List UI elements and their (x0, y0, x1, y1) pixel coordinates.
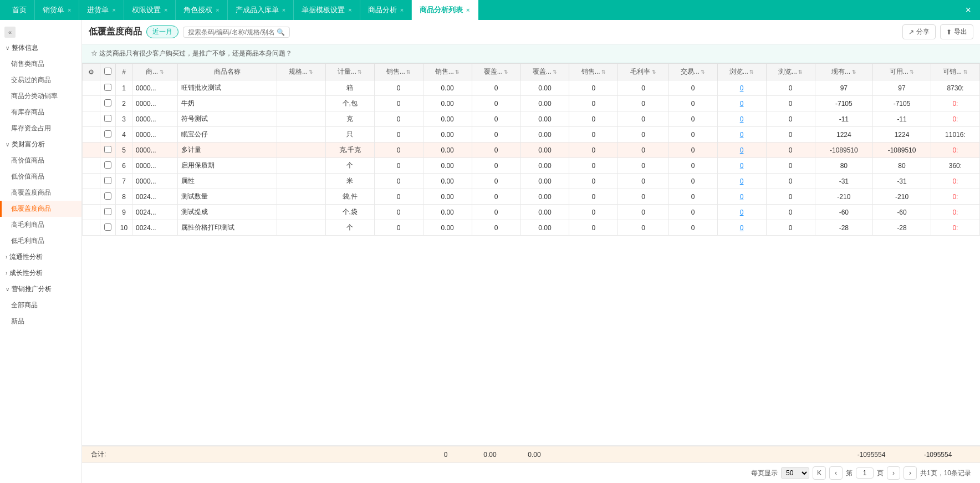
sidebar-section-growth[interactable]: › 成长性分析 (0, 265, 81, 281)
th-cover2[interactable]: 覆盖... (520, 64, 569, 80)
close-template-icon[interactable]: × (348, 7, 351, 13)
th-sale-qty[interactable]: 销售... (374, 64, 423, 80)
cell-check[interactable] (100, 96, 116, 111)
nav-goods-analysis-list[interactable]: 商品分析列表 × (412, 0, 478, 20)
nav-production[interactable]: 产成品入库单 × (228, 0, 294, 20)
row-checkbox[interactable] (104, 192, 111, 200)
export-button[interactable]: ⬆ 导出 (940, 24, 973, 39)
cell-check[interactable] (100, 111, 116, 127)
nav-purchase[interactable]: 进货单 × (79, 0, 124, 20)
nav-sales[interactable]: 销货单 × (35, 0, 79, 20)
sidebar-item-stock-capital[interactable]: 库存资金占用 (0, 120, 81, 136)
th-cover1[interactable]: 覆盖... (472, 64, 520, 80)
th-view1[interactable]: 浏览... (717, 64, 766, 80)
row-checkbox[interactable] (104, 115, 111, 122)
next-page-button[interactable]: › (887, 466, 900, 480)
close-sales-icon[interactable]: × (68, 7, 71, 13)
page-input[interactable] (856, 467, 874, 479)
sidebar-item-traded-goods[interactable]: 交易过的商品 (0, 72, 81, 88)
sidebar-section-overall[interactable]: ∨ 整体信息 (0, 40, 81, 56)
cell-check[interactable] (100, 127, 116, 143)
th-settings[interactable]: ⚙ (83, 64, 100, 80)
select-all-checkbox[interactable] (104, 68, 111, 75)
nav-home[interactable]: 首页 (4, 0, 35, 20)
th-trade[interactable]: 交易... (668, 64, 717, 80)
close-list-icon[interactable]: × (466, 7, 469, 13)
cell-view1[interactable]: 0 (717, 189, 766, 205)
sidebar-item-category-rate[interactable]: 商品分类动销率 (0, 88, 81, 104)
sidebar-section-flow[interactable]: › 流通性分析 (0, 249, 81, 265)
cell-num: 5 (116, 143, 132, 158)
cell-view1[interactable]: 0 (717, 80, 766, 96)
th-name[interactable]: 商品名称 (177, 64, 277, 80)
th-saleable[interactable]: 可销... (931, 64, 979, 80)
cell-view1[interactable]: 0 (717, 96, 766, 111)
row-checkbox[interactable] (104, 223, 111, 231)
period-button[interactable]: 近一月 (146, 26, 178, 38)
cell-view1[interactable]: 0 (717, 127, 766, 143)
sidebar-collapse-button[interactable]: « (4, 27, 16, 38)
row-checkbox[interactable] (104, 146, 111, 153)
cell-check[interactable] (100, 143, 116, 158)
search-input[interactable] (188, 28, 277, 36)
nav-roles[interactable]: 角色授权 × (176, 0, 227, 20)
sidebar-item-low-coverage[interactable]: 低覆盖度商品 (0, 201, 81, 217)
th-sale3[interactable]: 销售... (569, 64, 618, 80)
row-checkbox[interactable] (104, 177, 111, 184)
th-check[interactable] (100, 64, 116, 80)
close-roles-icon[interactable]: × (216, 7, 219, 13)
nav-permissions[interactable]: 权限设置 × (124, 0, 176, 20)
row-checkbox[interactable] (104, 84, 111, 91)
close-goods-analysis-icon[interactable]: × (400, 7, 404, 13)
cell-check[interactable] (100, 189, 116, 205)
sidebar-item-all-goods[interactable]: 全部商品 (0, 297, 81, 313)
cell-check[interactable] (100, 174, 116, 189)
cell-check[interactable] (100, 80, 116, 96)
cell-check[interactable] (100, 220, 116, 236)
th-spec[interactable]: 规格... (277, 64, 325, 80)
sidebar-item-low-margin[interactable]: 低毛利商品 (0, 233, 81, 249)
th-current[interactable]: 现有... (815, 64, 873, 80)
cell-view1[interactable]: 0 (717, 174, 766, 189)
sidebar-section-marketing[interactable]: ∨ 营销推广分析 (0, 281, 81, 297)
sidebar-item-high-coverage[interactable]: 高覆盖度商品 (0, 185, 81, 201)
cell-check[interactable] (100, 158, 116, 174)
page-size-select[interactable]: 20 50 100 (781, 467, 809, 479)
nav-template[interactable]: 单据模板设置 × (294, 0, 360, 20)
prev-page-button[interactable]: ‹ (829, 466, 843, 480)
th-available[interactable]: 可用... (873, 64, 931, 80)
cell-check[interactable] (100, 205, 116, 220)
row-checkbox[interactable] (104, 130, 111, 138)
cell-view1[interactable]: 0 (717, 143, 766, 158)
search-icon[interactable]: 🔍 (277, 28, 285, 36)
window-close-button[interactable]: × (961, 4, 976, 16)
row-checkbox[interactable] (104, 161, 111, 169)
first-page-button[interactable]: K (813, 466, 826, 480)
sidebar-item-high-margin[interactable]: 高毛利商品 (0, 217, 81, 233)
row-checkbox[interactable] (104, 208, 111, 215)
sidebar-item-stock-goods[interactable]: 有库存商品 (0, 104, 81, 120)
cell-view1[interactable]: 0 (717, 220, 766, 236)
close-purchase-icon[interactable]: × (112, 7, 115, 13)
row-checkbox[interactable] (104, 99, 111, 106)
th-margin[interactable]: 毛利率 (618, 64, 668, 80)
sidebar-item-low-value[interactable]: 低价值商品 (0, 169, 81, 185)
cell-view1[interactable]: 0 (717, 205, 766, 220)
sidebar-item-high-value[interactable]: 高价值商品 (0, 152, 81, 169)
total-cover2: 0.00 (512, 451, 557, 459)
share-button[interactable]: ↗ 分享 (902, 24, 936, 39)
th-code[interactable]: 商... (132, 64, 178, 80)
sidebar-item-new-goods[interactable]: 新品 (0, 313, 81, 329)
th-unit[interactable]: 计量... (325, 64, 374, 80)
th-view2[interactable]: 浏览... (766, 64, 815, 80)
last-page-button[interactable]: › (904, 466, 917, 480)
sidebar-item-sales-goods[interactable]: 销售类商品 (0, 56, 81, 72)
close-production-icon[interactable]: × (282, 7, 285, 13)
th-sale-amt[interactable]: 销售... (423, 64, 472, 80)
cell-view1[interactable]: 0 (717, 158, 766, 174)
cell-view1[interactable]: 0 (717, 111, 766, 127)
table-row: 10 0024... 属性价格打印测试 个 0 0.00 0 0.00 0 0 … (83, 220, 980, 236)
close-permissions-icon[interactable]: × (164, 7, 167, 13)
nav-goods-analysis[interactable]: 商品分析 × (360, 0, 412, 20)
sidebar-section-wealth[interactable]: ∨ 类财富分析 (0, 136, 81, 152)
